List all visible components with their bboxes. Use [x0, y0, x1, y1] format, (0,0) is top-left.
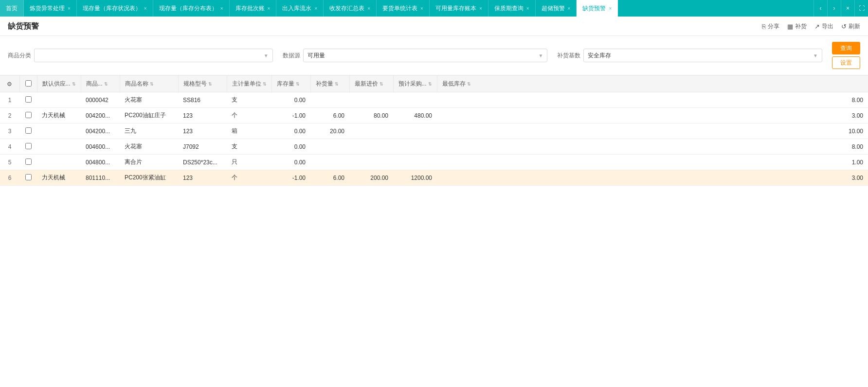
- row-checkbox-cell-5[interactable]: [19, 155, 37, 170]
- nav-tab-shortage[interactable]: 缺货预警 ×: [577, 0, 618, 17]
- nav-tab-exception-close[interactable]: ×: [68, 6, 71, 11]
- th-supplier-label: 默认供应...: [42, 80, 71, 88]
- row-product-name-2: PC200油缸庄子: [120, 108, 178, 123]
- nav-tab-exception-label: 炼货异常处理: [30, 4, 65, 13]
- replenish-button[interactable]: ▦ 补货: [787, 22, 807, 31]
- row-spec-4: J7092: [178, 139, 227, 155]
- settings-button[interactable]: 设置: [832, 56, 860, 69]
- row-est-purchase-2: 480.00: [393, 108, 437, 123]
- replenish-label: 补货: [795, 22, 807, 31]
- row-checkbox-cell-4[interactable]: [19, 139, 37, 155]
- nav-tab-exception[interactable]: 炼货异常处理 ×: [24, 0, 77, 17]
- th-product-code[interactable]: 商品... ⇅: [81, 76, 120, 92]
- query-button[interactable]: 查询: [832, 42, 860, 54]
- row-product-code-1: 0000042: [81, 92, 120, 108]
- th-latest-price[interactable]: 最新进价 ⇅: [349, 76, 393, 92]
- replenish-base-filter-group: 补货基数 安全库存 ▼: [557, 49, 822, 62]
- nav-tab-batch-account[interactable]: 库存批次账 ×: [230, 0, 277, 17]
- row-checkbox-1[interactable]: [25, 96, 32, 103]
- nav-tab-avail-ledger-label: 可用量库存账本: [435, 4, 476, 13]
- nav-tab-order-stats-close[interactable]: ×: [420, 6, 423, 11]
- nav-fullscreen-button[interactable]: ⛶: [854, 0, 868, 17]
- nav-tab-overstock-label: 超储预警: [542, 4, 565, 13]
- row-supplier-3: [37, 123, 81, 139]
- select-all-checkbox[interactable]: [25, 80, 32, 87]
- row-product-name-4: 火花塞: [120, 139, 178, 155]
- th-stock[interactable]: 库存量 ⇅: [271, 76, 310, 92]
- nav-tab-avail-ledger-close[interactable]: ×: [479, 6, 482, 11]
- nav-tab-overstock[interactable]: 超储预警 ×: [536, 0, 577, 17]
- share-label: 分享: [768, 22, 779, 31]
- nav-tab-batch-account-close[interactable]: ×: [268, 6, 271, 11]
- refresh-button[interactable]: ↺ 刷新: [841, 22, 860, 31]
- table-row: 1 0000042 火花塞 SS816 支 0.00 8.00: [0, 92, 868, 108]
- th-est-purchase[interactable]: 预计采购... ⇅: [393, 76, 437, 92]
- datasource-filter-label: 数据源: [283, 52, 300, 60]
- row-checkbox-cell-3[interactable]: [19, 123, 37, 139]
- th-replenish-label: 补货量: [316, 80, 333, 88]
- row-min-stock-1: 8.00: [437, 92, 868, 108]
- nav-tab-inventory-status[interactable]: 现存量（库存状况表） ×: [77, 0, 153, 17]
- nav-tab-home[interactable]: 首页: [0, 0, 24, 17]
- nav-tab-expiry-label: 保质期查询: [494, 4, 524, 13]
- nav-tab-inventory-dist-label: 现存量（库存分布表）: [159, 4, 217, 13]
- th-unit[interactable]: 主计量单位 ⇅: [227, 76, 271, 92]
- nav-tab-home-label: 首页: [6, 4, 18, 13]
- nav-tab-receipt-summary-close[interactable]: ×: [367, 6, 370, 11]
- nav-tab-inventory-status-label: 现存量（库存状况表）: [83, 4, 141, 13]
- nav-close-button[interactable]: ×: [841, 0, 854, 17]
- nav-tab-inventory-dist-close[interactable]: ×: [220, 6, 223, 11]
- row-checkbox-cell-6[interactable]: [19, 170, 37, 186]
- datasource-select[interactable]: 可用量 ▼: [303, 49, 548, 62]
- nav-controls: ‹ › × ⛶: [814, 0, 868, 17]
- th-settings[interactable]: ⚙: [0, 76, 19, 92]
- nav-tab-expiry-close[interactable]: ×: [526, 6, 529, 11]
- th-min-stock[interactable]: 最低库存 ⇅: [437, 76, 868, 92]
- row-spec-1: SS816: [178, 92, 227, 108]
- row-checkbox-cell-1[interactable]: [19, 92, 37, 108]
- category-filter-group: 商品分类 ▼: [8, 49, 273, 62]
- th-product-name[interactable]: 商品名称 ⇅: [120, 76, 178, 92]
- nav-tab-avail-ledger[interactable]: 可用量库存账本 ×: [430, 0, 488, 17]
- nav-tab-receipt-summary[interactable]: 收发存汇总表 ×: [324, 0, 377, 17]
- nav-tab-overstock-close[interactable]: ×: [568, 6, 571, 11]
- export-button[interactable]: ↗ 导出: [814, 22, 833, 31]
- row-unit-2: 个: [227, 108, 271, 123]
- row-product-name-5: 离合片: [120, 155, 178, 170]
- row-checkbox-3[interactable]: [25, 127, 32, 134]
- th-stock-label: 库存量: [277, 80, 294, 88]
- row-supplier-1: [37, 92, 81, 108]
- row-checkbox-5[interactable]: [25, 158, 32, 165]
- row-latest-price-3: [349, 123, 393, 139]
- nav-next-button[interactable]: ›: [827, 0, 841, 17]
- nav-tab-shortage-close[interactable]: ×: [609, 6, 612, 11]
- nav-prev-button[interactable]: ‹: [814, 0, 827, 17]
- share-button[interactable]: ⎘ 分享: [762, 22, 779, 31]
- row-replenish-3: 20.00: [310, 123, 349, 139]
- nav-tab-inout-flow-close[interactable]: ×: [314, 6, 317, 11]
- replenish-base-select[interactable]: 安全库存 ▼: [583, 49, 822, 62]
- th-supplier[interactable]: 默认供应... ⇅: [37, 76, 81, 92]
- nav-tab-expiry[interactable]: 保质期查询 ×: [488, 0, 536, 17]
- row-spec-3: 123: [178, 123, 227, 139]
- row-checkbox-2[interactable]: [25, 112, 32, 118]
- th-spec[interactable]: 规格型号 ⇅: [178, 76, 227, 92]
- row-min-stock-2: 3.00: [437, 108, 868, 123]
- nav-tab-inventory-dist[interactable]: 现存量（库存分布表） ×: [153, 0, 230, 17]
- nav-tab-inventory-status-close[interactable]: ×: [144, 6, 147, 11]
- row-checkbox-cell-2[interactable]: [19, 108, 37, 123]
- row-stock-1: 0.00: [271, 92, 310, 108]
- row-est-purchase-4: [393, 139, 437, 155]
- page-content: 缺货预警 ⎘ 分享 ▦ 补货 ↗ 导出 ↺ 刷新 商品分类: [0, 17, 868, 387]
- th-latest-price-label: 最新进价: [355, 80, 378, 88]
- row-checkbox-6[interactable]: [25, 174, 32, 180]
- th-replenish[interactable]: 补货量 ⇅: [310, 76, 349, 92]
- row-supplier-2: 力天机械: [37, 108, 81, 123]
- nav-tab-inout-flow[interactable]: 出入库流水 ×: [276, 0, 324, 17]
- row-product-name-6: PC200张紧油缸: [120, 170, 178, 186]
- row-checkbox-4[interactable]: [25, 143, 32, 149]
- table-container: ⚙ 默认供应... ⇅ 商品... ⇅: [0, 75, 868, 186]
- nav-tab-order-stats[interactable]: 要货单统计表 ×: [377, 0, 430, 17]
- row-replenish-1: [310, 92, 349, 108]
- category-select[interactable]: ▼: [34, 49, 273, 62]
